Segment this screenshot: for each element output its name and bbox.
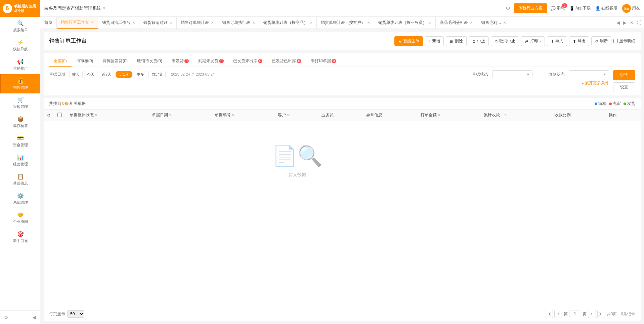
sort-icon-6[interactable]: ⇅ <box>438 113 440 117</box>
sort-icon-2[interactable]: ⇅ <box>232 113 234 117</box>
col-checkbox[interactable] <box>54 110 66 121</box>
filter-tab-2[interactable]: 待拣验发货(0) <box>98 56 132 67</box>
query-btn[interactable]: 查询 <box>613 70 635 80</box>
tab-close-4[interactable]: ✕ <box>211 21 214 25</box>
tab-4[interactable]: 销售订单统计表✕ <box>177 17 218 29</box>
filter-tab-3[interactable]: 旺铺待发货(0) <box>132 56 167 67</box>
tabs-maximize[interactable]: ⛶ <box>636 19 643 26</box>
import-btn[interactable]: ⬇ 导入 <box>547 36 567 46</box>
sidebar-item-销售管理[interactable]: 💰销售管理 <box>0 74 40 93</box>
sort-icon-0[interactable]: ⇅ <box>95 113 97 117</box>
tab-3[interactable]: 钱货日清对账✕ <box>139 17 177 29</box>
page-prev-btn[interactable]: ‹ <box>554 310 562 318</box>
per-page-select[interactable]: 10 20 50 100 <box>67 310 84 318</box>
expand-filter-btn[interactable]: ▾ 展开更多条件 <box>582 80 609 86</box>
sidebar-icon-7: 📊 <box>17 154 24 161</box>
print-btn[interactable]: 🖨 打印 ▾ <box>521 36 545 46</box>
filter-tab-0[interactable]: 全部(0) <box>49 56 72 67</box>
date-btn-month[interactable]: 近1月 <box>116 71 132 78</box>
tab-9[interactable]: 商品毛利分析表✕ <box>436 17 477 29</box>
sidebar-item-营销推广[interactable]: 📢营销推广 <box>0 55 40 74</box>
page-next-btn[interactable]: › <box>588 310 596 318</box>
tab-close-5[interactable]: ✕ <box>252 21 255 25</box>
tab-label-2: 钱货日清工作台 <box>102 20 130 26</box>
export-btn[interactable]: ⬆ 导出 <box>569 36 589 46</box>
sidebar-item-经营管理[interactable]: 📊经营管理 <box>0 151 40 170</box>
sidebar-item-搜索菜单[interactable]: 🔍搜索菜单 <box>0 17 40 36</box>
tab-close-7[interactable]: ✕ <box>367 21 370 25</box>
tab-close-8[interactable]: ✕ <box>429 21 431 25</box>
sidebar-item-资金管理[interactable]: 💳资金管理 <box>0 132 40 151</box>
sidebar-item-系统管理[interactable]: ⚙️系统管理 <box>0 189 40 208</box>
tab-0[interactable]: 首页 <box>40 17 57 29</box>
sidebar-item-新手引导[interactable]: 🎯新手引导 <box>0 228 40 247</box>
filter-tab-4[interactable]: 未发货0 <box>167 56 194 67</box>
stop-btn[interactable]: ⊘ 中止 <box>469 36 489 46</box>
filter-tab-5[interactable]: 到期未发货0 <box>194 56 228 67</box>
system-dropdown[interactable]: ▾ <box>103 6 105 10</box>
tab-1[interactable]: 销售订单工作台✕ <box>57 17 98 29</box>
filter-tab-label-8: 未打印单据 <box>311 58 331 63</box>
cancel-stop-icon: ↺ <box>495 39 498 44</box>
set-btn[interactable]: 设置 <box>613 82 635 92</box>
tab-close-9[interactable]: ✕ <box>470 21 473 25</box>
filter-tab-8[interactable]: 未打印单据0 <box>306 56 341 67</box>
sidebar-item-采购管理[interactable]: 🛒采购管理 <box>0 93 40 113</box>
refresh-btn[interactable]: ↻ 刷新 <box>591 36 611 46</box>
add-btn[interactable]: + 新增 <box>425 36 444 46</box>
sidebar-item-快捷导航[interactable]: ⚡快捷导航 <box>0 36 40 55</box>
sidebar-item-库存核算[interactable]: 📦库存核算 <box>0 113 40 132</box>
delete-btn[interactable]: 🗑 删除 <box>446 36 467 46</box>
tabs-scroll-left[interactable]: ◀ <box>615 19 621 26</box>
date-btn-custom[interactable]: 自定义 <box>148 71 166 78</box>
filter-tab-1[interactable]: 待审核(0) <box>72 56 98 67</box>
tab-10[interactable]: 销售毛利…✕ <box>477 17 510 29</box>
table-wrap: ⚙单据整体状态⇅单据日期⇅单据编号⇅客户⇅业务员异常信息订单金额⇅累计收款...… <box>44 110 641 307</box>
industry-btn[interactable]: 体验行业方案 <box>514 3 547 13</box>
tabs-scroll-right[interactable]: ▶ <box>622 19 628 26</box>
page-first-btn[interactable]: 《 <box>545 310 553 318</box>
tab-8[interactable]: 销货单统计表（按业务员）✕ <box>374 17 436 29</box>
online-service-btn[interactable]: 👤 在线客服 <box>595 5 617 11</box>
smart-create-btn[interactable]: ★ 智能生单 <box>394 36 423 46</box>
tabs-close-all[interactable]: ✕ <box>629 19 635 26</box>
filter-tab-7[interactable]: 已发货已出库0 <box>267 56 306 67</box>
date-btn-more[interactable]: 更多 <box>134 71 147 78</box>
tab-7[interactable]: 销货单统计表（按客户）✕ <box>317 17 374 29</box>
tab-close-1[interactable]: ✕ <box>91 21 94 24</box>
sidebar-item-企业协同[interactable]: 🤝企业协同 <box>0 208 40 228</box>
sort-icon-3[interactable]: ⇅ <box>287 113 290 117</box>
tab-close-10[interactable]: ✕ <box>503 21 506 25</box>
tab-5[interactable]: 销售订单执行表✕ <box>218 17 259 29</box>
tab-2[interactable]: 钱货日清工作台✕ <box>98 17 139 29</box>
col-settings[interactable]: ⚙ <box>44 110 54 121</box>
page-input[interactable] <box>569 311 581 317</box>
topbar-settings-icon[interactable]: ⚙ <box>506 5 510 11</box>
audit-action[interactable]: 审核 <box>595 101 606 107</box>
tab-close-6[interactable]: ✕ <box>310 21 312 25</box>
sidebar-item-基础信息[interactable]: 📋基础信息 <box>0 170 40 189</box>
tab-close-3[interactable]: ✕ <box>170 21 172 25</box>
page-last-btn[interactable]: 》 <box>597 310 605 318</box>
show-detail-checkbox[interactable] <box>613 39 618 43</box>
sidebar-settings-btn[interactable]: ⚙ <box>3 313 10 321</box>
payment-filter-select[interactable] <box>569 70 609 78</box>
ship-action[interactable]: 发货 <box>624 101 635 107</box>
date-btn-7days[interactable]: 近7天 <box>99 71 114 78</box>
tab-6[interactable]: 销货单统计表（按商品）✕ <box>259 17 317 29</box>
user-menu[interactable]: Ea 用友 <box>622 4 640 13</box>
sort-icon-7[interactable]: ⇅ <box>504 113 507 117</box>
revoke-action[interactable]: 充审 <box>609 101 621 107</box>
app-download-btn[interactable]: 📱 App下载 <box>569 5 591 11</box>
date-btn-yesterday[interactable]: 昨天 <box>69 71 83 78</box>
cancel-stop-btn[interactable]: ↺ 取消中止 <box>491 36 519 46</box>
status-filter-select[interactable] <box>492 70 532 78</box>
message-btn[interactable]: 💬 消息 6 <box>551 5 565 11</box>
sort-icon-1[interactable]: ⇅ <box>169 113 172 117</box>
show-detail-checkbox-label[interactable]: 显示明细 <box>613 38 635 44</box>
sidebar-collapse-btn[interactable]: ◀ <box>31 313 37 321</box>
select-all-checkbox[interactable] <box>57 113 62 117</box>
tab-close-2[interactable]: ✕ <box>132 21 135 25</box>
filter-tab-6[interactable]: 已发货未出库0 <box>228 56 267 67</box>
date-btn-today[interactable]: 今天 <box>84 71 97 78</box>
